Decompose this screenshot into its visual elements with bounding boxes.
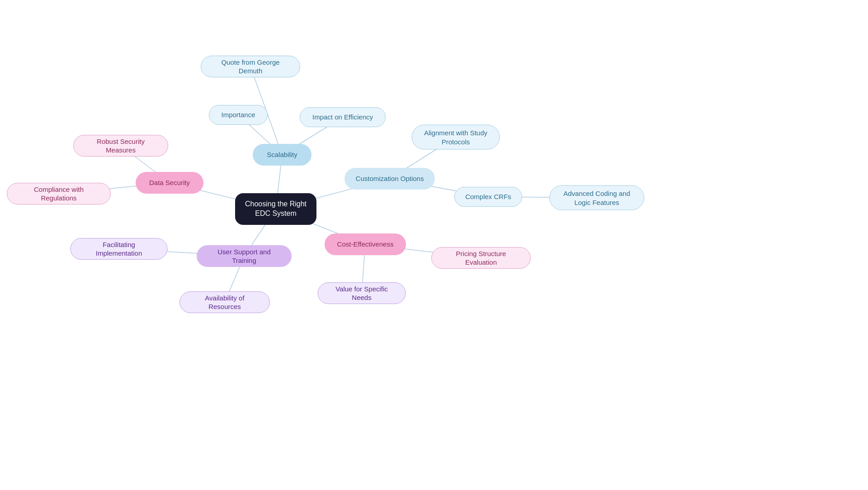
complex-crfs-label: Complex CRFs (465, 192, 511, 201)
value-label: Value for Specific Needs (327, 285, 396, 302)
facilitating-node[interactable]: Facilitating Implementation (71, 238, 168, 260)
center-label: Choosing the Right EDC System (244, 200, 307, 219)
alignment-label: Alignment with Study Protocols (421, 128, 491, 146)
importance-node[interactable]: Importance (209, 105, 268, 125)
data-security-label: Data Security (149, 178, 190, 187)
availability-node[interactable]: Availability of Resources (179, 291, 270, 313)
robust-security-label: Robust Security Measures (83, 137, 159, 155)
quote-label: Quote from George Demuth (210, 58, 291, 76)
cost-effectiveness-node[interactable]: Cost-Effectiveness (325, 233, 406, 255)
customization-node[interactable]: Customization Options (344, 168, 435, 190)
value-node[interactable]: Value for Specific Needs (318, 282, 406, 304)
user-support-node[interactable]: User Support and Training (197, 245, 292, 267)
pricing-label: Pricing Structure Evaluation (441, 249, 521, 267)
complex-crfs-node[interactable]: Complex CRFs (454, 187, 522, 207)
cost-effectiveness-label: Cost-Effectiveness (337, 240, 394, 249)
advanced-coding-node[interactable]: Advanced Coding and Logic Features (549, 186, 644, 210)
compliance-label: Compliance with Regulations (16, 185, 101, 203)
advanced-coding-label: Advanced Coding and Logic Features (559, 189, 635, 207)
center-node[interactable]: Choosing the Right EDC System (235, 193, 316, 225)
importance-label: Importance (221, 110, 255, 119)
data-security-node[interactable]: Data Security (136, 172, 203, 194)
robust-security-node[interactable]: Robust Security Measures (73, 135, 168, 157)
pricing-node[interactable]: Pricing Structure Evaluation (431, 247, 531, 269)
impact-label: Impact on Efficiency (312, 113, 373, 122)
facilitating-label: Facilitating Implementation (80, 240, 158, 258)
scalability-label: Scalability (267, 150, 297, 159)
customization-label: Customization Options (356, 174, 424, 183)
quote-node[interactable]: Quote from George Demuth (201, 56, 300, 77)
impact-node[interactable]: Impact on Efficiency (300, 107, 386, 127)
alignment-node[interactable]: Alignment with Study Protocols (412, 125, 500, 150)
compliance-node[interactable]: Compliance with Regulations (7, 183, 111, 205)
availability-label: Availability of Resources (189, 294, 260, 311)
scalability-node[interactable]: Scalability (253, 144, 311, 166)
user-support-label: User Support and Training (206, 247, 283, 265)
